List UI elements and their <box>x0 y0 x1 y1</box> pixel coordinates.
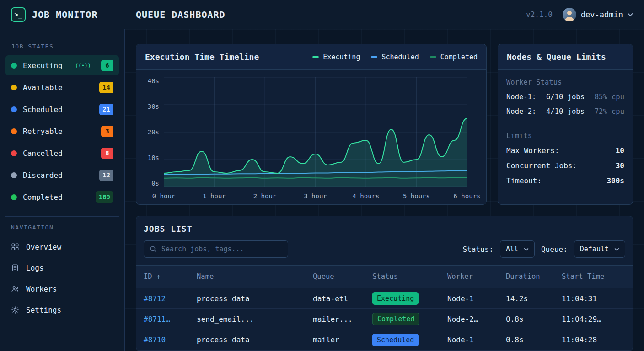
version-label: v2.1.0 <box>526 10 553 19</box>
job-id-link[interactable]: #8710 <box>136 335 189 344</box>
queue-filter-value: Default <box>580 245 609 253</box>
timeline-card: Execution Time Timeline Executing Schedu… <box>136 44 487 205</box>
column-header-queue[interactable]: Queue <box>306 272 365 281</box>
x-tick: 5 hours <box>403 192 430 200</box>
document-icon <box>11 264 19 272</box>
job-worker: Node-2… <box>440 315 499 324</box>
broadcast-icon: ((•)) <box>75 62 91 69</box>
timeline-card-header: Execution Time Timeline Executing Schedu… <box>136 44 486 70</box>
job-states-section-label: JOB STATES <box>5 43 119 50</box>
sidebar-item-executing[interactable]: Executing ((•)) 6 <box>5 55 119 75</box>
worker-status-label: Worker Status <box>506 78 624 86</box>
nodes-title: Nodes & Queue Limits <box>507 52 606 62</box>
jobs-list-card: JOBS LIST Status: All Queue: Defa <box>136 216 633 351</box>
state-label: Completed <box>23 193 63 202</box>
main-content: Execution Time Timeline Executing Schedu… <box>125 29 644 351</box>
column-header-duration[interactable]: Duration <box>499 272 554 281</box>
grid-icon <box>11 243 19 251</box>
nodes-card-header: Nodes & Queue Limits <box>498 44 633 70</box>
sidebar: JOB STATES Executing ((•)) 6 Available 1… <box>0 29 125 351</box>
status-badge: Completed <box>372 313 419 325</box>
y-tick: 40s <box>148 77 159 85</box>
state-label: Executing <box>23 61 63 70</box>
legend-swatch <box>371 56 377 58</box>
job-queue: mailer... <box>306 315 365 324</box>
jobs-toolbar: Status: All Queue: Default <box>136 234 633 265</box>
column-header-status[interactable]: Status <box>365 272 440 281</box>
column-header-start-time[interactable]: Start Time <box>554 272 633 281</box>
user-menu[interactable]: dev-admin <box>563 8 633 21</box>
status-badge: Executing <box>372 292 419 305</box>
job-queue: mailer <box>306 335 365 344</box>
sidebar-item-settings[interactable]: Settings <box>5 299 119 320</box>
sidebar-item-retryable[interactable]: Retryable 3 <box>5 121 119 141</box>
worker-row-node-1: Node-1: 6/10 jobs 85% cpu <box>506 93 624 101</box>
people-icon <box>11 285 19 293</box>
x-tick: 0 hour <box>152 192 176 200</box>
sidebar-divider <box>5 216 119 217</box>
sidebar-item-overview[interactable]: Overview <box>5 236 119 257</box>
username: dev-admin <box>581 10 623 19</box>
status-filter-label: Status: <box>462 245 493 254</box>
column-header-id[interactable]: ID ↑ <box>136 272 189 281</box>
job-id-link[interactable]: #8712 <box>136 294 189 303</box>
x-tick: 1 hour <box>203 192 226 200</box>
sidebar-item-scheduled[interactable]: Scheduled 21 <box>5 99 119 119</box>
queue-filter-select[interactable]: Default <box>574 240 625 258</box>
job-start-time: 11:04:28 <box>554 335 633 344</box>
column-header-worker[interactable]: Worker <box>440 272 499 281</box>
job-id-link[interactable]: #8711… <box>136 315 189 324</box>
chevron-down-icon <box>628 13 633 16</box>
sidebar-item-available[interactable]: Available 14 <box>5 77 119 97</box>
timeline-chart-svg <box>164 77 467 187</box>
worker-cpu: 85% cpu <box>595 93 624 101</box>
status-dot <box>11 194 17 200</box>
limit-value: 300s <box>606 176 624 185</box>
status-filter-value: All <box>506 245 518 253</box>
state-count-badge: 21 <box>99 104 113 115</box>
column-header-name[interactable]: Name <box>189 272 306 281</box>
sidebar-item-cancelled[interactable]: Cancelled 8 <box>5 143 119 163</box>
limit-value: 30 <box>616 161 624 170</box>
table-row[interactable]: #8711… send_email... mailer... Completed… <box>136 309 633 330</box>
chevron-down-icon <box>524 248 529 251</box>
nodes-card: Nodes & Queue Limits Worker Status Node-… <box>498 44 633 205</box>
status-dot <box>11 172 17 178</box>
nav-label: Workers <box>26 285 57 293</box>
status-badge: Scheduled <box>372 334 419 346</box>
search-input[interactable] <box>161 245 282 253</box>
legend-item-completed: Completed <box>430 53 478 61</box>
limit-label: Concurrent Jobs: <box>506 161 577 170</box>
app-title: JOB MONITOR <box>32 9 97 20</box>
sidebar-item-workers[interactable]: Workers <box>5 278 119 299</box>
search-box[interactable] <box>144 240 288 258</box>
limit-row-max-workers: Max Workers: 10 <box>506 146 624 155</box>
job-duration: 14.2s <box>499 294 554 303</box>
status-dot <box>11 106 17 112</box>
job-duration: 0.8s <box>499 315 554 324</box>
legend-label: Completed <box>440 53 478 61</box>
status-dot <box>11 63 17 69</box>
sidebar-item-logs[interactable]: Logs <box>5 257 119 278</box>
worker-row-node-2: Node-2: 4/10 jobs 72% cpu <box>506 107 624 116</box>
state-count-badge: 189 <box>96 191 113 203</box>
timeline-title: Execution Time Timeline <box>145 52 259 62</box>
chevron-down-icon <box>614 248 619 251</box>
limit-row-concurrent-jobs: Concurrent Jobs: 30 <box>506 161 624 170</box>
line-chart-plot <box>164 77 467 187</box>
status-dot <box>11 128 17 134</box>
status-filter-select[interactable]: All <box>500 240 535 258</box>
table-row[interactable]: #8710 process_data mailer Scheduled Node… <box>136 330 633 351</box>
job-name: send_email... <box>189 315 306 324</box>
sidebar-item-discarded[interactable]: Discarded 12 <box>5 165 119 185</box>
status-dot <box>11 150 17 156</box>
x-tick: 4 hours <box>352 192 379 200</box>
brand: >_ JOB MONITOR <box>11 7 125 22</box>
y-tick: 10s <box>148 154 159 161</box>
job-name: process_data <box>189 335 306 344</box>
table-row[interactable]: #8712 process_data data-etl Executing No… <box>136 288 633 309</box>
status-dot <box>11 85 17 90</box>
queue-filter-label: Queue: <box>541 245 568 254</box>
avatar[interactable] <box>563 8 576 21</box>
sidebar-item-completed[interactable]: Completed 189 <box>5 187 119 207</box>
